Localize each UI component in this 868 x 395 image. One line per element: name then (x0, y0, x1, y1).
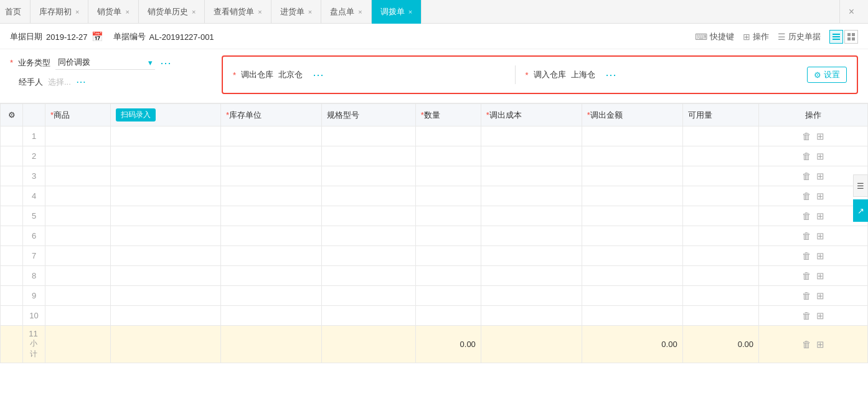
spec-cell[interactable] (321, 206, 415, 226)
amount-cell[interactable] (582, 226, 682, 246)
spec-cell[interactable] (321, 286, 415, 306)
copy-icon[interactable]: ⊞ (816, 310, 824, 321)
qty-cell[interactable] (415, 146, 481, 166)
product-cell[interactable] (45, 186, 111, 206)
tab-sales-order-close[interactable]: × (125, 8, 129, 16)
qty-cell[interactable] (415, 186, 481, 206)
amount-cell[interactable] (582, 146, 682, 166)
unit-cell[interactable] (221, 306, 322, 326)
qty-cell[interactable] (415, 166, 481, 186)
history-btn[interactable]: ☰ 历史单据 (778, 31, 821, 42)
cost-cell[interactable] (481, 166, 582, 186)
settings-button[interactable]: ⚙ 设置 (807, 67, 847, 83)
tab-initial-stock[interactable]: 库存期初 × (31, 0, 88, 24)
amount-cell[interactable] (582, 126, 682, 146)
tab-transfer-close[interactable]: × (408, 8, 412, 16)
unit-cell[interactable] (221, 206, 322, 226)
amount-cell[interactable] (582, 166, 682, 186)
delete-icon[interactable]: 🗑 (802, 211, 811, 221)
business-type-select[interactable]: 同价调拨 ▾ (55, 55, 155, 70)
copy-icon[interactable]: ⊞ (816, 231, 824, 242)
scan-button[interactable]: 扫码录入 (116, 108, 156, 121)
delete-icon[interactable]: 🗑 (802, 231, 811, 241)
copy-icon[interactable]: ⊞ (816, 191, 824, 202)
qty-cell[interactable] (415, 246, 481, 266)
cost-cell[interactable] (481, 266, 582, 286)
delete-icon[interactable]: 🗑 (802, 171, 811, 181)
product-cell[interactable] (45, 246, 111, 266)
cost-cell[interactable] (481, 306, 582, 326)
copy-icon[interactable]: ⊞ (816, 151, 824, 162)
amount-cell[interactable] (582, 286, 682, 306)
delete-icon[interactable]: 🗑 (802, 151, 811, 161)
cost-cell[interactable] (481, 226, 582, 246)
unit-cell[interactable] (221, 186, 322, 206)
cost-cell[interactable] (481, 186, 582, 206)
unit-cell[interactable] (221, 226, 322, 246)
spec-cell[interactable] (321, 126, 415, 146)
product-cell[interactable] (45, 206, 111, 226)
product-cell[interactable] (45, 306, 111, 326)
amount-cell[interactable] (582, 306, 682, 326)
spec-cell[interactable] (321, 226, 415, 246)
amount-cell[interactable] (582, 186, 682, 206)
tab-sales-order[interactable]: 销货单 × (88, 0, 138, 24)
unit-cell[interactable] (221, 146, 322, 166)
spec-cell[interactable] (321, 166, 415, 186)
tab-view-sales-close[interactable]: × (258, 8, 262, 16)
unit-cell[interactable] (221, 286, 322, 306)
qty-cell[interactable] (415, 286, 481, 306)
calendar-icon[interactable]: 📅 (92, 31, 103, 42)
layout-list-btn[interactable] (829, 30, 843, 44)
copy-icon[interactable]: ⊞ (816, 290, 824, 302)
unit-cell[interactable] (221, 166, 322, 186)
copy-icon[interactable]: ⊞ (816, 131, 824, 142)
product-cell[interactable] (45, 126, 111, 146)
product-cell[interactable] (45, 146, 111, 166)
product-cell[interactable] (45, 266, 111, 286)
layout-grid-btn[interactable] (844, 30, 858, 44)
warehouse-out-more-icon[interactable]: ⋯ (313, 68, 324, 82)
spec-cell[interactable] (321, 266, 415, 286)
tab-initial-stock-close[interactable]: × (75, 8, 79, 16)
product-cell[interactable] (45, 166, 111, 186)
tab-sales-history-close[interactable]: × (192, 8, 196, 16)
delete-icon[interactable]: 🗑 (802, 270, 811, 281)
unit-cell[interactable] (221, 246, 322, 266)
spec-cell[interactable] (321, 146, 415, 166)
cost-cell[interactable] (481, 286, 582, 306)
warehouse-in-more-icon[interactable]: ⋯ (605, 68, 616, 82)
copy-icon[interactable]: ⊞ (816, 211, 824, 222)
th-settings[interactable]: ⚙ (1, 104, 23, 126)
ops-btn[interactable]: ⊞ 操作 (743, 31, 769, 42)
copy-icon[interactable]: ⊞ (816, 250, 824, 262)
tab-home[interactable]: 首页 (5, 0, 31, 24)
qty-cell[interactable] (415, 206, 481, 226)
delete-icon[interactable]: 🗑 (802, 290, 811, 301)
tab-sales-history[interactable]: 销货单历史 × (139, 0, 205, 24)
business-type-more-icon[interactable]: ⋯ (160, 56, 171, 70)
unit-cell[interactable] (221, 266, 322, 286)
delete-icon[interactable]: 🗑 (802, 339, 811, 350)
copy-icon[interactable]: ⊞ (816, 270, 824, 282)
qty-cell[interactable] (415, 126, 481, 146)
copy-icon[interactable]: ⊞ (816, 171, 824, 182)
delete-icon[interactable]: 🗑 (802, 131, 811, 141)
cost-cell[interactable] (481, 126, 582, 146)
tab-transfer[interactable]: 调拨单 × (372, 0, 422, 24)
amount-cell[interactable] (582, 246, 682, 266)
tab-inventory-close[interactable]: × (358, 8, 362, 16)
tab-purchase-order[interactable]: 进货单 × (271, 0, 321, 24)
qty-cell[interactable] (415, 306, 481, 326)
spec-cell[interactable] (321, 246, 415, 266)
cost-cell[interactable] (481, 246, 582, 266)
product-cell[interactable] (45, 286, 111, 306)
spec-cell[interactable] (321, 186, 415, 206)
panel-expand-icon[interactable]: ↗ (853, 199, 868, 222)
panel-doc-icon[interactable]: ☰ (853, 174, 868, 197)
copy-icon[interactable]: ⊞ (816, 339, 824, 350)
window-close-button[interactable]: × (839, 0, 863, 24)
cost-cell[interactable] (481, 206, 582, 226)
unit-cell[interactable] (221, 126, 322, 146)
tab-purchase-order-close[interactable]: × (308, 8, 312, 16)
